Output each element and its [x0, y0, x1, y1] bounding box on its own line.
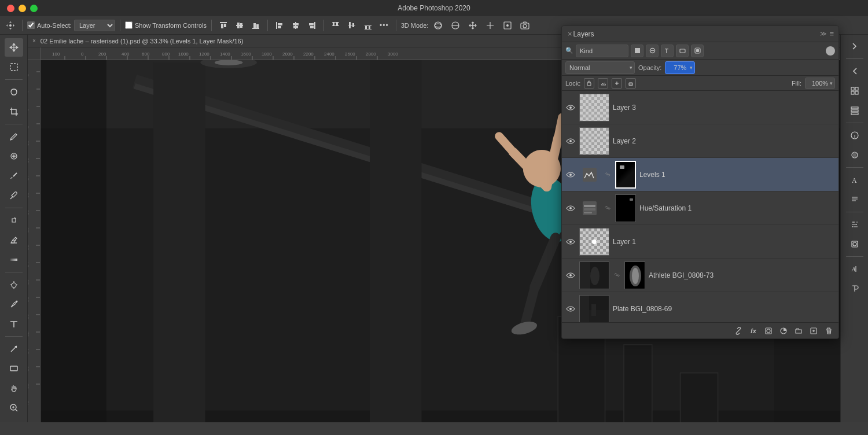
- healing-tool[interactable]: [5, 147, 23, 165]
- lock-artboard-button[interactable]: [626, 78, 636, 89]
- layer-row-3[interactable]: Layer 3: [562, 91, 838, 124]
- delete-layer-button[interactable]: [822, 325, 835, 337]
- selection-tool[interactable]: [5, 58, 23, 76]
- layers-blend-row: Normal Dissolve Multiply Screen Overlay …: [562, 60, 838, 76]
- filter-adjustment-button[interactable]: [646, 45, 659, 57]
- maximize-button[interactable]: [30, 5, 38, 12]
- athlete-visibility[interactable]: [565, 270, 576, 281]
- layer-row-plate[interactable]: Plate BGI_0808-69: [562, 292, 838, 322]
- 3d-scale-button[interactable]: [500, 19, 515, 32]
- show-transform-label: Show Transform Controls: [135, 22, 207, 29]
- 3d-roll-button[interactable]: [448, 19, 463, 32]
- layer-1-visibility[interactable]: [565, 237, 576, 247]
- lock-image-button[interactable]: [598, 78, 608, 89]
- svg-text:100: 100: [52, 51, 60, 57]
- distribute-vcenter-button[interactable]: [345, 20, 359, 31]
- fill-input[interactable]: [805, 78, 835, 89]
- transform-controls-checkbox[interactable]: [125, 21, 133, 29]
- new-layer-button[interactable]: [807, 325, 820, 337]
- lock-position-button[interactable]: [612, 78, 622, 89]
- zoom-tool[interactable]: [5, 399, 23, 417]
- align-right-button[interactable]: [305, 20, 319, 31]
- 3d-orbit-button[interactable]: [431, 19, 446, 32]
- filter-type-button[interactable]: T: [661, 45, 674, 57]
- right-panel-expand[interactable]: [845, 62, 864, 80]
- 3d-slide-button[interactable]: [483, 19, 498, 32]
- align-left-button[interactable]: [273, 20, 286, 31]
- pen-tool[interactable]: [5, 295, 23, 314]
- hand-tool[interactable]: [5, 379, 23, 397]
- crop-tool[interactable]: [5, 102, 23, 121]
- close-button[interactable]: [7, 5, 14, 12]
- ruler-corner: [28, 47, 41, 60]
- layer-mask-button[interactable]: [762, 325, 775, 337]
- move-tool[interactable]: [5, 38, 23, 57]
- eyedropper-tool[interactable]: [5, 127, 23, 146]
- align-top-button[interactable]: [216, 20, 230, 31]
- right-panel-adjust[interactable]: [845, 215, 864, 234]
- layer-row-2[interactable]: Layer 2: [562, 124, 838, 158]
- right-panel-para[interactable]: [845, 190, 864, 209]
- 3d-camera-button[interactable]: [517, 19, 532, 32]
- layer-fx-button[interactable]: fx: [747, 325, 760, 337]
- distribute-bottom-button[interactable]: [361, 20, 375, 31]
- right-panel-color[interactable]: [845, 146, 864, 164]
- right-panel-para-extra[interactable]: [845, 279, 864, 298]
- tab-close-button[interactable]: ×: [32, 38, 36, 44]
- layer-row-huesat1[interactable]: Hue/Saturation 1: [562, 191, 838, 225]
- right-panel-grid[interactable]: [845, 82, 864, 100]
- layer-link-button[interactable]: [732, 325, 745, 337]
- minimize-button[interactable]: [19, 5, 26, 12]
- layer-row-1[interactable]: Layer 1: [562, 225, 838, 259]
- right-panel-mask[interactable]: [845, 235, 864, 253]
- right-panel-info[interactable]: i: [845, 126, 864, 145]
- path-selection-tool[interactable]: [5, 340, 23, 358]
- rectangle-tool[interactable]: [5, 359, 23, 378]
- brush-tool[interactable]: [5, 167, 23, 185]
- panel-collapse-button[interactable]: ≫: [820, 30, 827, 38]
- layer-3-visibility[interactable]: [565, 102, 576, 113]
- auto-select-dropdown[interactable]: Layer Group: [74, 20, 115, 31]
- opacity-input[interactable]: [665, 61, 695, 74]
- align-vcenter-button[interactable]: [233, 20, 247, 31]
- history-brush-tool[interactable]: [5, 211, 23, 230]
- align-hcenter-button[interactable]: [289, 20, 303, 31]
- distribute-top-button[interactable]: [329, 20, 343, 31]
- panel-menu-button[interactable]: ≡: [829, 30, 834, 38]
- lasso-tool[interactable]: [5, 83, 23, 101]
- svg-rect-189: [851, 107, 858, 109]
- right-panel-collapse[interactable]: [845, 37, 864, 56]
- gradient-tool[interactable]: [5, 250, 23, 269]
- right-panel-layers[interactable]: [845, 101, 864, 120]
- right-panel-type-extra[interactable]: A: [845, 260, 864, 278]
- filter-pixel-button[interactable]: [631, 45, 643, 57]
- svg-text:36: 36: [28, 366, 30, 371]
- filter-shape-button[interactable]: [676, 45, 689, 57]
- right-panel-char[interactable]: A: [845, 171, 864, 189]
- filter-toggle-button[interactable]: [826, 46, 835, 56]
- filter-kind-select[interactable]: Kind Name Effect Mode Attribute Color Sm…: [576, 45, 628, 57]
- levels1-visibility[interactable]: [565, 169, 576, 180]
- eraser-tool[interactable]: [5, 231, 23, 249]
- clone-tool[interactable]: [5, 186, 23, 205]
- layer-2-visibility[interactable]: [565, 136, 576, 146]
- panel-close-button[interactable]: ×: [567, 30, 573, 38]
- layer-row-athlete[interactable]: Athlete BGI_0808-73: [562, 259, 838, 292]
- layer-adjustment-button[interactable]: [777, 325, 790, 337]
- plate-visibility[interactable]: [565, 304, 576, 314]
- layer-2-name: Layer 2: [613, 137, 835, 145]
- auto-select-checkbox[interactable]: [27, 21, 35, 29]
- type-tool[interactable]: [5, 315, 23, 333]
- layer-row-levels1[interactable]: Levels 1: [562, 158, 838, 191]
- dodge-tool[interactable]: [5, 275, 23, 294]
- lock-pixels-button[interactable]: [584, 78, 594, 89]
- more-options-button[interactable]: •••: [377, 20, 391, 31]
- blend-mode-select[interactable]: Normal Dissolve Multiply Screen Overlay …: [565, 61, 635, 74]
- 3d-pan-button[interactable]: [465, 19, 480, 32]
- huesat1-visibility[interactable]: [565, 203, 576, 213]
- svg-text:1600: 1600: [241, 51, 251, 57]
- layer-group-button[interactable]: [792, 325, 805, 337]
- filter-smart-button[interactable]: [691, 45, 704, 57]
- move-tool-button[interactable]: [3, 20, 17, 31]
- align-bottom-button[interactable]: [249, 20, 263, 31]
